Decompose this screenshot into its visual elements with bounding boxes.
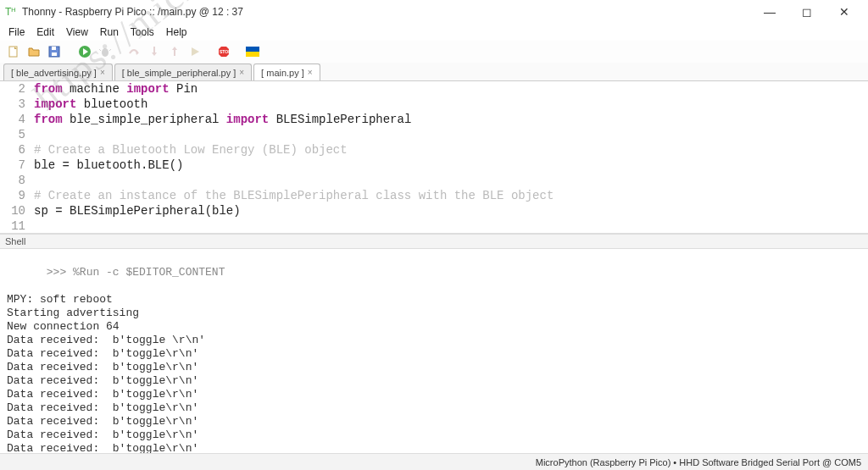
svg-marker-15 [172, 47, 177, 50]
step-out-icon[interactable] [166, 43, 183, 60]
status-bar[interactable]: MicroPython (Raspberry Pi Pico) • HHD So… [0, 453, 868, 470]
editor-tabs: [ ble_advertising.py ] × [ ble_simple_pe… [0, 63, 868, 81]
debug-icon[interactable] [97, 43, 114, 60]
code-line[interactable]: 8 [0, 173, 868, 188]
svg-point-8 [102, 48, 108, 57]
shell-line: Data received: b'toggle\r\n' [7, 401, 861, 415]
stop-icon[interactable]: STOP [215, 43, 232, 60]
svg-rect-5 [52, 47, 56, 50]
line-number: 3 [0, 97, 34, 112]
open-file-icon[interactable] [25, 43, 42, 60]
line-number: 11 [0, 218, 34, 234]
maximize-button[interactable]: ◻ [788, 0, 826, 24]
menu-run[interactable]: Run [95, 25, 124, 40]
shell-prompt: >>> [47, 266, 73, 279]
tab-label: [ main.py ] [261, 68, 304, 78]
close-icon[interactable]: × [308, 68, 313, 77]
menu-help[interactable]: Help [161, 25, 192, 40]
code-text[interactable]: sp = BLESimplePeripheral(ble) [34, 203, 241, 218]
menu-tools[interactable]: Tools [125, 25, 159, 40]
window-controls: ― ◻ ✕ [751, 0, 863, 24]
code-text[interactable]: # Create an instance of the BLESimplePer… [34, 188, 554, 203]
menu-edit[interactable]: Edit [31, 25, 59, 40]
line-number: 2 [0, 81, 34, 97]
menu-file[interactable]: File [3, 25, 30, 40]
new-file-icon[interactable] [5, 43, 22, 60]
shell-line: New connection 64 [7, 320, 861, 334]
save-icon[interactable] [46, 43, 63, 60]
shell-line: Data received: b'toggle\r\n' [7, 415, 861, 429]
code-text[interactable]: import bluetooth [34, 97, 147, 112]
code-line[interactable]: 2from machine import Pin [0, 81, 868, 97]
shell-line: Data received: b'toggle\r\n' [7, 388, 861, 401]
line-number: 9 [0, 188, 34, 203]
close-icon[interactable]: × [239, 68, 244, 77]
shell-run-cmd: %Run -c $EDITOR_CONTENT [73, 266, 225, 279]
close-button[interactable]: ✕ [826, 0, 863, 24]
run-icon[interactable] [76, 43, 93, 60]
title-bar: Tᴴ Thonny - Raspberry Pi Pico :: /main.p… [0, 0, 868, 24]
code-line[interactable]: 10sp = BLESimplePeripheral(ble) [0, 203, 868, 218]
code-text[interactable]: from machine import Pin [34, 81, 198, 97]
step-over-icon[interactable] [125, 43, 142, 60]
code-line[interactable]: 5 [0, 127, 868, 142]
toolbar: STOP [0, 41, 868, 63]
resume-icon[interactable] [186, 43, 203, 60]
app-logo-icon: Tᴴ [5, 5, 19, 19]
shell-line: Data received: b'toggle \r\n' [7, 334, 861, 347]
tab-ble-simple-peripheral[interactable]: [ ble_simple_peripheral.py ] × [114, 64, 252, 80]
code-line[interactable]: 3import bluetooth [0, 97, 868, 112]
tab-label: [ ble_simple_peripheral.py ] [122, 68, 236, 78]
code-line[interactable]: 11 [0, 218, 868, 234]
code-line[interactable]: 4from ble_simple_peripheral import BLESi… [0, 112, 868, 127]
line-number: 7 [0, 158, 34, 173]
tab-label: [ ble_advertising.py ] [11, 68, 97, 78]
svg-rect-4 [52, 53, 57, 56]
line-number: 10 [0, 203, 34, 218]
svg-line-10 [109, 49, 111, 51]
step-into-icon[interactable] [146, 43, 163, 60]
shell-line: Data received: b'toggle\r\n' [7, 374, 861, 388]
shell-line: Data received: b'toggle\r\n' [7, 361, 861, 374]
code-text[interactable]: from ble_simple_peripheral import BLESim… [34, 112, 411, 127]
line-number: 8 [0, 173, 34, 188]
tab-main[interactable]: [ main.py ] × [253, 64, 320, 80]
svg-text:Tᴴ: Tᴴ [5, 6, 16, 18]
code-text[interactable]: # Create a Bluetooth Low Energy (BLE) ob… [34, 142, 348, 158]
svg-text:STOP: STOP [220, 49, 231, 54]
code-line[interactable]: 7ble = bluetooth.BLE() [0, 158, 868, 173]
svg-marker-13 [152, 53, 157, 56]
line-number: 4 [0, 112, 34, 127]
ukraine-flag-icon[interactable] [244, 43, 261, 60]
status-interpreter[interactable]: MicroPython (Raspberry Pi Pico) • HHD So… [536, 457, 861, 467]
code-editor[interactable]: 2from machine import Pin3import bluetoot… [0, 81, 868, 234]
window-title: Thonny - Raspberry Pi Pico :: /main.py @… [22, 6, 751, 18]
menu-view[interactable]: View [61, 25, 93, 40]
code-line[interactable]: 9# Create an instance of the BLESimplePe… [0, 188, 868, 203]
close-icon[interactable]: × [100, 68, 105, 77]
line-number: 5 [0, 127, 34, 142]
shell-line: Data received: b'toggle\r\n' [7, 429, 861, 442]
tab-ble-advertising[interactable]: [ ble_advertising.py ] × [3, 64, 113, 80]
shell-output[interactable]: >>> %Run -c $EDITOR_CONTENT MPY: soft re… [0, 249, 868, 470]
shell-line: Data received: b'toggle\r\n' [7, 347, 861, 361]
line-number: 6 [0, 142, 34, 158]
svg-line-9 [99, 49, 101, 51]
shell-line: Starting advertising [7, 307, 861, 320]
shell-line: MPY: soft reboot [7, 293, 861, 307]
minimize-button[interactable]: ― [751, 0, 788, 24]
code-text[interactable]: ble = bluetooth.BLE() [34, 158, 183, 173]
menu-bar: File Edit View Run Tools Help [0, 24, 868, 41]
shell-panel-label: Shell [0, 234, 868, 249]
code-line[interactable]: 6# Create a Bluetooth Low Energy (BLE) o… [0, 142, 868, 158]
svg-marker-16 [192, 47, 199, 56]
